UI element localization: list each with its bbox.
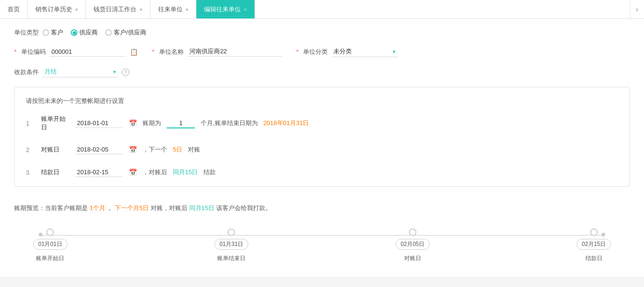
setting-row-2: 2 对账日 📅 ，下一个 5日 对账 — [26, 145, 618, 154]
timeline-node-4-circle — [590, 228, 598, 236]
timeline-node-3-circle — [409, 228, 416, 236]
timeline-node-1-circle — [46, 228, 54, 236]
unit-category-value: 未分类 — [333, 47, 393, 56]
unit-type-field: 单位类型 客户 供应商 客户/供应商 — [14, 28, 146, 37]
setting-row-3-num: 3 — [26, 169, 35, 176]
preview-months: 1个月 — [90, 204, 105, 211]
timeline-node-3-date: 02月05日 — [396, 239, 430, 250]
end-date-highlight: 2018年01月31日 — [263, 119, 309, 127]
tab-bar: 首页 销售订单历史 × 钱货日清工作台 × 往来单位 × 编辑往来单位 × › — [0, 0, 644, 19]
unit-type-radio-group: 客户 供应商 客户/供应商 — [42, 28, 146, 37]
preview-comma: ， — [107, 204, 113, 211]
timeline-node-1-label: 账单开始日 — [36, 254, 64, 262]
radio-customer-supplier-label: 客户/供应商 — [114, 28, 146, 37]
timeline-node-3-label: 对账日 — [404, 254, 421, 262]
payment-terms-help-icon[interactable]: ? — [122, 68, 129, 76]
preview-section: 账期预览：当前客户账期是 1个月 ， 下一个月5日 对账，对账后 同月15日 该… — [14, 196, 630, 267]
tab-home[interactable]: 首页 — [0, 0, 28, 18]
settings-box: 请按照未来的一个完整帐期进行设置 1 账单开始日 📅 账期为 个月,账单结束日期… — [14, 87, 630, 187]
payment-suffix: 结款 — [203, 168, 216, 177]
payment-highlight: 同月15日 — [173, 168, 198, 177]
tab-edit-partner-close[interactable]: × — [244, 7, 246, 12]
unit-category-dropdown[interactable]: 未分类 ▾ — [331, 46, 398, 57]
timeline-node-2: 01月31日 账单结束日 — [214, 228, 249, 262]
timeline-node-2-date: 01月31日 — [214, 239, 249, 250]
radio-customer-supplier[interactable]: 客户/供应商 — [105, 28, 146, 37]
timeline-node-1: 01月01日 账单开始日 — [33, 228, 68, 262]
setting-row-3-label: 结款日 — [41, 168, 69, 177]
timeline-node-4: 02月15日 结款日 — [576, 228, 611, 262]
payment-date-calendar-icon[interactable]: 📅 — [129, 169, 137, 176]
timeline-node-2-circle — [228, 228, 235, 236]
unit-name-field: * 单位名称 — [152, 47, 282, 57]
payment-date-input[interactable] — [75, 168, 122, 177]
unit-name-input[interactable] — [187, 47, 282, 57]
tab-sales-history-label: 销售订单历史 — [35, 5, 72, 14]
reconcile-suffix: 对账 — [188, 145, 200, 154]
setting-row-1-label: 账单开始日 — [41, 115, 69, 132]
setting-row-1-num: 1 — [26, 120, 35, 127]
unit-code-input[interactable] — [50, 47, 125, 57]
preview-payment-text: 该客户会给我打款。 — [216, 204, 271, 211]
unit-code-icon[interactable]: 📋 — [130, 48, 138, 56]
timeline-nodes: 01月01日 账单开始日 01月31日 账单结束日 02月05日 对账日 02月… — [33, 228, 611, 262]
payment-terms-value: 月结 — [44, 68, 113, 76]
tab-cash-work-close[interactable]: × — [139, 7, 142, 12]
tab-partner-unit-close[interactable]: × — [186, 7, 188, 12]
setting-row-1: 1 账单开始日 📅 账期为 个月,账单结束日期为 2018年01月31日 — [26, 115, 618, 132]
reconcile-prefix: ，下一个 — [143, 145, 167, 154]
reconcile-highlight: 5日 — [173, 145, 182, 154]
unit-info-row: * 单位编码 📋 * 单位名称 * 单位分类 未分类 ▾ — [14, 46, 630, 57]
tab-sales-history-close[interactable]: × — [75, 7, 78, 12]
period-months-input[interactable] — [167, 118, 195, 128]
settings-title: 请按照未来的一个完整帐期进行设置 — [26, 97, 618, 105]
unit-category-field: * 单位分类 未分类 ▾ — [296, 46, 398, 57]
unit-name-label: 单位名称 — [159, 48, 184, 56]
setting-row-2-num: 2 — [26, 146, 35, 153]
timeline-node-1-date: 01月01日 — [33, 239, 68, 250]
tab-partner-unit[interactable]: 往来单位 × — [151, 0, 196, 18]
start-date-calendar-icon[interactable]: 📅 — [129, 119, 137, 127]
preview-payment-date: 同月15日 — [189, 204, 214, 211]
timeline-node-4-date: 02月15日 — [576, 239, 611, 250]
payment-terms-select[interactable]: 月结 ▾ — [42, 67, 118, 77]
tab-edit-partner[interactable]: 编辑往来单位 × — [196, 0, 254, 18]
payment-terms-field: 收款条件 月结 ▾ ? — [14, 67, 129, 77]
unit-category-arrow-icon: ▾ — [393, 49, 396, 55]
radio-customer-label: 客户 — [51, 28, 63, 37]
unit-name-required: * — [152, 48, 154, 55]
unit-code-required: * — [14, 48, 17, 55]
unit-code-field: * 单位编码 📋 — [14, 47, 138, 57]
radio-customer[interactable]: 客户 — [42, 28, 63, 37]
preview-reconcile-text: 对账，对账后 — [151, 204, 187, 211]
tab-cash-work-label: 钱货日清工作台 — [93, 5, 136, 14]
setting-row-2-label: 对账日 — [41, 145, 69, 154]
reconcile-date-calendar-icon[interactable]: 📅 — [129, 146, 137, 153]
preview-text: 账期预览：当前客户账期是 1个月 ， 下一个月5日 对账，对账后 同月15日 该… — [14, 204, 630, 212]
radio-supplier[interactable]: 供应商 — [71, 28, 98, 37]
main-content: 单位类型 客户 供应商 客户/供应商 * 单位编码 — [0, 19, 644, 277]
setting-row-3: 3 结款日 📅 ，对账后 同月15日 结款 — [26, 168, 618, 177]
radio-supplier-label: 供应商 — [79, 28, 98, 37]
timeline-node-2-label: 账单结束日 — [217, 254, 246, 262]
payment-terms-row: 收款条件 月结 ▾ ? — [14, 67, 630, 77]
tab-cash-work[interactable]: 钱货日清工作台 × — [86, 0, 150, 18]
tab-expand-button[interactable]: › — [630, 0, 644, 18]
reconcile-date-input[interactable] — [75, 145, 122, 154]
tab-sales-history[interactable]: 销售订单历史 × — [28, 0, 86, 18]
start-date-input[interactable] — [75, 118, 122, 128]
payment-prefix: ，对账后 — [143, 168, 167, 177]
payment-terms-label: 收款条件 — [14, 68, 39, 76]
unit-type-label: 单位类型 — [14, 28, 39, 37]
preview-reconcile-date: 下一个月5日 — [115, 204, 149, 211]
tab-edit-partner-label: 编辑往来单位 — [204, 5, 241, 14]
radio-supplier-circle — [71, 29, 77, 36]
start-date-period-label: 账期为 — [143, 119, 161, 127]
radio-customer-circle — [42, 29, 49, 36]
timeline-node-3: 02月05日 对账日 — [396, 228, 430, 262]
unit-code-label: 单位编码 — [21, 48, 46, 56]
start-date-suffix: 个月,账单结束日期为 — [201, 119, 258, 127]
tab-home-label: 首页 — [8, 5, 20, 14]
timeline-wrapper: 01月01日 账单开始日 01月31日 账单结束日 02月05日 对账日 02月… — [14, 224, 630, 267]
tab-partner-unit-label: 往来单位 — [158, 5, 183, 14]
